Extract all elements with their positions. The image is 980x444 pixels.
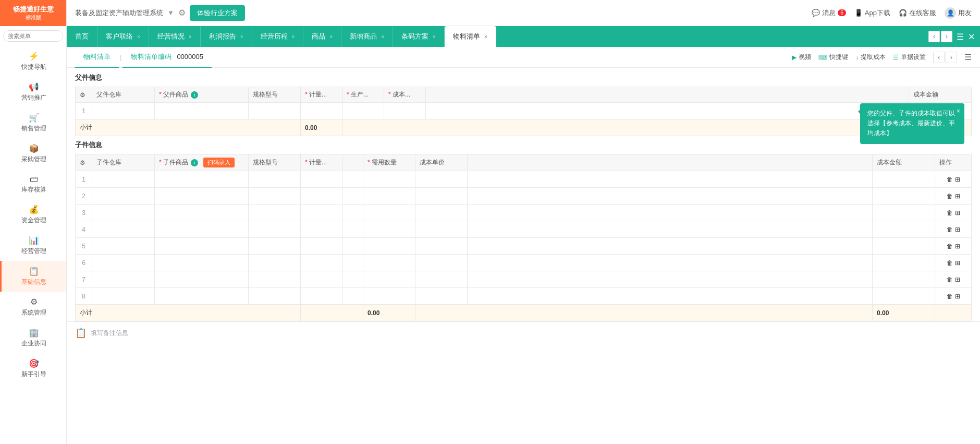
sub-tab-bom-list[interactable]: 物料清单 [75,47,119,68]
content-menu-icon[interactable]: ☰ [964,52,972,62]
child-row3-warehouse[interactable] [92,205,155,221]
sidebar-item-sales[interactable]: 🛒 销售管理 [0,107,66,138]
delete-icon[interactable]: 🗑 [947,276,953,283]
tab-history[interactable]: 经营历程 × [252,26,304,47]
delete-icon[interactable]: 🗑 [947,176,953,183]
parent-unit-cell[interactable] [301,103,342,119]
child-row3-spec[interactable] [249,205,301,221]
child-row3-product[interactable] [155,205,249,221]
tab-product[interactable]: 商品 × [303,26,341,47]
sidebar-item-marketing[interactable]: 📢 营销推广 [0,77,66,107]
child-row2-qty[interactable] [363,188,415,205]
tab-bom[interactable]: 物料清单 × [445,26,496,47]
trial-button[interactable]: 体验行业方案 [190,5,245,21]
child-row3-unitprice[interactable] [415,205,468,221]
view-btn[interactable]: ▶ 视频 [792,53,811,62]
child-row2-warehouse[interactable] [92,188,155,205]
delete-icon[interactable]: 🗑 [947,193,953,200]
child-row1-unit[interactable] [301,171,342,188]
sidebar-item-system[interactable]: ⚙ 系统管理 [0,292,66,322]
copy-icon[interactable]: ⊞ [955,259,960,267]
copy-icon[interactable]: ⊞ [955,276,960,283]
child-product-info-icon[interactable]: i [191,159,198,166]
settings-button[interactable]: ⚙ [178,8,186,18]
copy-icon[interactable]: ⊞ [955,243,960,250]
tab-profit-close[interactable]: × [240,34,243,40]
child-row2-amount[interactable] [873,188,935,205]
child-row2-unitprice[interactable] [415,188,468,205]
delete-icon[interactable]: 🗑 [947,226,953,233]
tab-customer[interactable]: 客户联络 × [97,26,149,47]
parent-spec-cell[interactable] [249,103,301,119]
child-row1-spec[interactable] [249,171,301,188]
scan-button[interactable]: 扫码录入 [203,158,235,167]
parent-cost-cell[interactable] [384,103,426,119]
child-row1-unitprice[interactable] [415,171,468,188]
child-gear-icon[interactable]: ⚙ [80,159,85,166]
sidebar-item-finance[interactable]: 💰 资金管理 [0,199,66,230]
delete-icon[interactable]: 🗑 [947,243,953,250]
sidebar-item-inventory[interactable]: 🗃 库存核算 [0,169,66,199]
parent-product-info-icon[interactable]: i [191,91,198,99]
child-row2-unit[interactable] [301,188,342,205]
child-row1-warehouse[interactable] [92,171,155,188]
child-row3-unit[interactable] [301,205,342,221]
copy-icon[interactable]: ⊞ [955,293,960,300]
tab-home[interactable]: 首页 [67,26,97,47]
delete-icon[interactable]: 🗑 [947,293,953,300]
tooltip-close[interactable]: × [957,106,960,116]
tab-new-product[interactable]: 新增商品 × [341,26,393,47]
sidebar-item-guide[interactable]: 🎯 新手引导 [0,353,66,384]
single-setting-btn[interactable]: ☰ 单据设置 [893,53,926,62]
copy-icon[interactable]: ⊞ [955,209,960,217]
child-row1-product[interactable] [155,171,249,188]
parent-product-cell[interactable] [155,103,249,119]
child-row1-qty[interactable] [363,171,415,188]
extract-cost-btn[interactable]: ↓ 提取成本 [855,53,886,62]
copy-icon[interactable]: ⊞ [955,193,960,200]
sub-tab-bom-code[interactable]: 物料清单编码 0000005 [123,47,212,68]
delete-icon[interactable]: 🗑 [947,259,953,267]
sidebar-item-basic-info[interactable]: 📋 基础信息 [0,261,66,292]
bottom-bar-icon[interactable]: 📋 [75,327,87,339]
close-all-icon[interactable]: ✕ [968,32,975,42]
app-download-item[interactable]: 📱 App下载 [854,8,890,18]
tab-history-close[interactable]: × [292,34,295,40]
online-service-item[interactable]: 🎧 在线客服 [899,8,936,18]
parent-prod-cell[interactable] [342,103,384,119]
shortcut-btn[interactable]: ⌨ 快捷键 [818,53,848,62]
search-input[interactable] [3,30,63,42]
tabs-menu-icon[interactable]: ☰ [957,32,964,42]
content-next[interactable]: › [946,52,957,63]
tab-barcode-close[interactable]: × [433,34,436,40]
child-row1-amount[interactable] [873,171,935,188]
child-row3-amount[interactable] [873,205,935,221]
tab-business[interactable]: 经营情况 × [149,26,201,47]
tab-customer-close[interactable]: × [137,34,140,40]
tab-product-close[interactable]: × [329,34,333,40]
parent-gear-icon[interactable]: ⚙ [80,91,85,99]
user-item[interactable]: 👤 用友 [945,7,972,19]
content-prev[interactable]: ‹ [933,52,945,63]
nav-prev[interactable]: ‹ [928,31,940,42]
nav-next[interactable]: › [941,31,952,42]
tab-customer-label: 客户联络 [106,32,133,41]
sidebar-item-enterprise[interactable]: 🏢 企业协同 [0,322,66,353]
child-row2-product[interactable] [155,188,249,205]
child-row3-qty[interactable] [363,205,415,221]
sidebar-item-operations[interactable]: 📊 经营管理 [0,230,66,261]
message-item[interactable]: 💬 消息 6 [812,8,846,18]
tab-barcode[interactable]: 条码方案 × [393,26,445,47]
copy-icon[interactable]: ⊞ [955,176,960,183]
tab-new-product-close[interactable]: × [381,34,384,40]
sidebar-item-purchase[interactable]: 📦 采购管理 [0,138,66,169]
tab-profit[interactable]: 利润报告 × [201,26,252,47]
parent-warehouse-cell[interactable] [92,103,155,119]
dropdown-arrow-icon[interactable]: ▼ [167,9,174,17]
child-row2-spec[interactable] [249,188,301,205]
tab-business-close[interactable]: × [189,34,192,40]
copy-icon[interactable]: ⊞ [955,226,960,233]
delete-icon[interactable]: 🗑 [947,209,953,217]
sidebar-item-quick-nav[interactable]: ⚡ 快捷导航 [0,46,66,77]
tab-bom-close[interactable]: × [484,34,487,40]
